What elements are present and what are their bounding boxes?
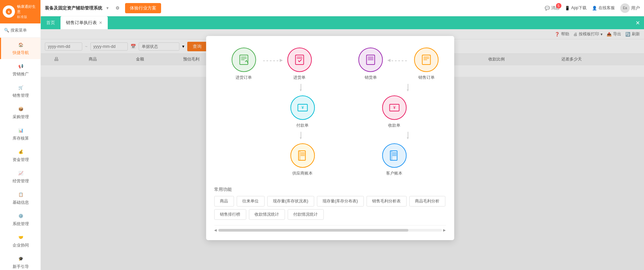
sale-order-label: 销售订单 (418, 75, 435, 80)
tab-sales-order[interactable]: 销售订单执行表 ✕ (60, 16, 108, 29)
payment-circle: ¥ (290, 95, 315, 120)
sidebar-item-operations[interactable]: 📈 经营管理 (0, 166, 40, 187)
message-icon: 💬 (545, 6, 550, 11)
enterprise-icon: 🤝 (17, 234, 24, 241)
sidebar-item-purchase[interactable]: 📦 采购管理 (0, 102, 40, 123)
sidebar-item-quick-nav[interactable]: 🏠 快捷导航 (0, 38, 40, 59)
flow-item-sale-order[interactable]: 销售订单 (407, 48, 446, 80)
common-functions-grid-2: 销售排行榜 收款情况统计 付款情况统计 (214, 209, 446, 220)
supplier-ledger-label: 供应商账本 (292, 170, 313, 176)
tab-home[interactable]: 首页 (41, 16, 60, 29)
purchase-receipt-circle (287, 48, 312, 72)
func-btn-partner[interactable]: 往来单位 (237, 196, 264, 206)
system-dropdown-icon[interactable]: ▾ (105, 5, 110, 11)
common-functions-section: 常用功能 商品 往来单位 现存量(库存状况表) 现存量(库存分布表) 销售毛利分… (214, 183, 446, 220)
svg-text:6: 6 (8, 10, 10, 14)
purchase-receipt-label: 进货单 (293, 75, 306, 80)
supplier-ledger-circle (290, 143, 315, 168)
flow-item-receipt-voucher[interactable]: ¥ 收款单 (374, 95, 415, 128)
tab-close-icon[interactable]: ✕ (99, 20, 102, 25)
arrow-purchase-order-to-receipt (263, 60, 280, 68)
trial-button[interactable]: 体验行业方案 (125, 3, 161, 13)
sidebar-nav: 🏠 快捷导航 📢 营销推广 🛒 销售管理 📦 采购管理 📊 库存核算 💰 (0, 38, 40, 270)
app-download-button[interactable]: 📱 App下载 (565, 5, 587, 11)
flow-diagram: 进货订单 (214, 44, 446, 183)
func-btn-product-gross[interactable]: 商品毛利分析 (409, 196, 445, 206)
scroll-right-arrow[interactable]: ▶ (443, 228, 446, 232)
scroll-track (218, 229, 442, 232)
receipt-label: 收款单 (388, 123, 400, 128)
sidebar-search-area: 🔍 搜索菜单 (0, 23, 40, 38)
inventory-icon: 📊 (17, 127, 24, 134)
receipt-circle: ¥ (382, 95, 406, 120)
flow-item-supplier-ledger[interactable]: 供应商账本 (282, 143, 323, 176)
window-close-icon[interactable]: ✕ (631, 20, 644, 26)
modal-scrollbar: ◀ ▶ (214, 225, 446, 232)
user-menu[interactable]: Ea 用户 (620, 3, 640, 13)
func-btn-receipt-stats[interactable]: 收款情况统计 (249, 209, 285, 220)
system-name: 装备及固定资产辅助管理系统 (45, 5, 102, 11)
quick-nav-modal: 进货订单 (206, 36, 454, 240)
svg-text:¥: ¥ (301, 105, 304, 110)
sales-icon: 🛒 (17, 84, 24, 91)
common-functions-title: 常用功能 (214, 186, 446, 193)
sale-receipt-circle (359, 48, 383, 72)
func-btn-stock-dist[interactable]: 现存量(库存分布表) (317, 196, 364, 206)
svg-text:¥: ¥ (393, 105, 396, 110)
customer-ledger-circle (382, 143, 406, 168)
svg-rect-27 (391, 151, 392, 160)
common-functions-grid: 商品 往来单位 现存量(库存状况表) 现存量(库存分布表) 销售毛利分析表 商品… (214, 196, 446, 206)
purchase-order-label: 进货订单 (236, 75, 252, 80)
scroll-thumb (218, 229, 408, 232)
flow-item-purchase-order[interactable]: 进货订单 (224, 48, 263, 80)
basic-icon: 📋 (17, 191, 24, 198)
sidebar-item-inventory[interactable]: 📊 库存核算 (0, 123, 40, 145)
sale-order-circle (414, 48, 439, 72)
system-icon: ⚙️ (17, 212, 24, 220)
sidebar-item-sales[interactable]: 🛒 销售管理 (0, 80, 40, 102)
online-service-button[interactable]: 👤 在线客服 (592, 5, 615, 11)
sidebar-item-enterprise[interactable]: 🤝 企业协同 (0, 230, 40, 252)
func-btn-sales-ranking[interactable]: 销售排行榜 (214, 209, 246, 220)
sidebar-item-system[interactable]: ⚙️ 系统管理 (0, 209, 40, 230)
search-menu-button[interactable]: 🔍 搜索菜单 (3, 26, 38, 35)
sidebar-item-marketing[interactable]: 📢 营销推广 (0, 59, 40, 80)
message-badge: 5 (556, 3, 561, 8)
message-button[interactable]: 💬 消息 5 (545, 5, 559, 11)
newbie-icon: 🎓 (17, 255, 24, 263)
service-icon: 👤 (592, 6, 597, 11)
sidebar-item-finance[interactable]: 💰 资金管理 (0, 145, 40, 166)
flow-item-sale-receipt[interactable]: 销货单 (351, 48, 390, 80)
search-icon: 🔍 (4, 28, 9, 33)
sale-receipt-label: 销货单 (365, 75, 377, 80)
arrow-sale-order-to-receipt (390, 60, 407, 68)
settings-button[interactable]: ⚙ (113, 3, 122, 13)
purchase-icon: 📦 (17, 105, 24, 113)
finance-icon: 💰 (17, 148, 24, 156)
purchase-order-circle (231, 48, 256, 72)
func-btn-product[interactable]: 商品 (214, 196, 234, 206)
func-btn-sales-gross-analysis[interactable]: 销售毛利分析表 (366, 196, 406, 206)
sidebar-logo: 6 畅康通好生意 标准版 (0, 0, 40, 23)
scroll-left-arrow[interactable]: ◀ (214, 228, 217, 232)
flow-item-customer-ledger[interactable]: 客户账本 (374, 143, 415, 176)
main-area: 装备及固定资产辅助管理系统 ▾ ⚙ 体验行业方案 💬 消息 5 📱 App下载 … (41, 0, 644, 270)
sidebar-item-basic[interactable]: 📋 基础信息 (0, 187, 40, 209)
payment-label: 付款单 (296, 123, 309, 128)
tabbar: 首页 销售订单执行表 ✕ ✕ (41, 16, 644, 29)
func-btn-payment-stats[interactable]: 付款情况统计 (288, 209, 324, 220)
svg-rect-22 (299, 151, 300, 160)
flow-item-purchase-receipt[interactable]: 进货单 (280, 48, 319, 80)
svg-rect-6 (295, 55, 303, 65)
operations-icon: 📈 (17, 169, 24, 177)
topbar-actions: 💬 消息 5 📱 App下载 👤 在线客服 Ea 用户 (545, 3, 640, 13)
marketing-icon: 📢 (17, 62, 24, 70)
sidebar-item-newbie[interactable]: 🎓 新手引导 (0, 252, 40, 270)
quick-nav-icon: 🏠 (17, 41, 24, 49)
content-area: ❓ 帮助 🖨 按模板打印 ▾ 📤 导出 🔄 刷新 (41, 29, 644, 270)
func-btn-stock-status[interactable]: 现存量(库存状况表) (267, 196, 314, 206)
logo-text: 畅康通好生意 标准版 (17, 4, 38, 19)
topbar: 装备及固定资产辅助管理系统 ▾ ⚙ 体验行业方案 💬 消息 5 📱 App下载 … (41, 0, 644, 16)
flow-item-payment-voucher[interactable]: ¥ 付款单 (282, 95, 323, 128)
customer-ledger-label: 客户账本 (386, 170, 402, 176)
